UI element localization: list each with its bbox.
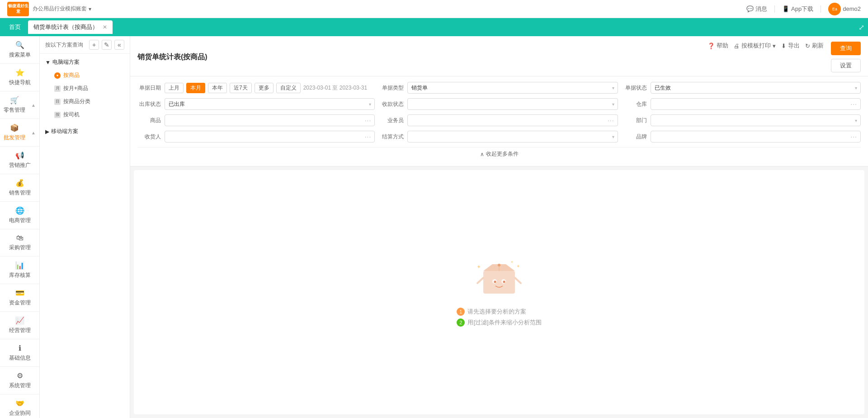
warehouse-input[interactable] (651, 98, 861, 110)
scheme-item-by-dept[interactable]: 按 按司机 (40, 108, 130, 121)
date-btn-custom[interactable]: 自定义 (276, 83, 301, 93)
sidebar-item-marketing[interactable]: 📢 营销推广 (0, 147, 39, 174)
settings-button[interactable]: 设置 (831, 59, 861, 72)
sidebar-item-wholesale[interactable]: 📦 批发管理 ▲ (0, 119, 39, 147)
product-input[interactable] (165, 114, 375, 126)
filter-row-2: 出库状态 已出库 ▾ 收款状态 (137, 98, 861, 110)
docstatus-control: 已生效 ▾ (651, 82, 861, 94)
sidebar-label-inventory: 库存核算 (9, 271, 31, 279)
desktop-scheme-title[interactable]: ▼ 电脑端方案 (40, 56, 130, 69)
doctype-control: 销货单 ▾ (407, 82, 618, 94)
salesperson-input[interactable] (407, 114, 618, 126)
help-button[interactable]: ❓ 帮助 (708, 42, 728, 50)
page-actions: ❓ 帮助 🖨 按模板打印 ▾ ⬇ 导出 ↻ (708, 42, 824, 50)
filter-area: 单据日期 上月 本月 本年 近7天 更多 自定义 2023-03-01 至 20… (130, 76, 868, 166)
action-buttons: 查询 设置 (831, 42, 861, 72)
tip-text-2: 用[过滤]条件来缩小分析范围 (467, 318, 541, 327)
doctype-label: 单据类型 (380, 84, 404, 92)
enterprise-icon: 🤝 (15, 399, 24, 408)
tip-num-1: 1 (457, 308, 465, 316)
date-range-text: 2023-03-01 至 2023-03-31 (303, 84, 367, 92)
scheme-item-by-month-product[interactable]: 月 按月+商品 (40, 82, 130, 95)
tab-home-label: 首页 (9, 23, 21, 31)
sidebar-label-basic: 基础信息 (9, 354, 31, 362)
collapse-label: 收起更多条件 (486, 150, 519, 158)
collapse-bar[interactable]: ∧ 收起更多条件 (137, 147, 861, 161)
date-btn-this-year[interactable]: 本年 (208, 83, 227, 93)
scheme-item-by-product[interactable]: ● 按商品 (40, 69, 130, 82)
add-scheme-button[interactable]: + (89, 40, 99, 50)
dept-select[interactable] (651, 114, 861, 126)
filter-row-1: 单据日期 上月 本月 本年 近7天 更多 自定义 2023-03-01 至 20… (137, 82, 861, 94)
sidebar-item-search[interactable]: 🔍 搜索菜单 (0, 36, 39, 64)
filter-field-recipient: 收货人 ··· (137, 131, 375, 142)
outstatus-select[interactable]: 已出库 (165, 98, 375, 110)
sidebar-label-operation: 经营管理 (9, 327, 31, 334)
sidebar-item-purchase[interactable]: 🛍 采购管理 (0, 229, 39, 256)
app-download-button[interactable]: 📱 App下载 (782, 5, 813, 13)
user-avatar-button[interactable]: Ea demo2 (828, 3, 861, 15)
date-btn-last-month[interactable]: 上月 (165, 83, 184, 93)
sidebar-item-sales[interactable]: 💰 销售管理 (0, 174, 39, 202)
sidebar-item-basic[interactable]: ℹ 基础信息 (0, 339, 39, 367)
divider (774, 5, 775, 13)
docstatus-select[interactable]: 已生效 (651, 82, 861, 94)
recipient-label: 收货人 (137, 133, 161, 141)
outstatus-label: 出库状态 (137, 100, 161, 108)
message-button[interactable]: 💬 消息 (746, 5, 767, 13)
desktop-arrow-icon: ▼ (45, 59, 51, 66)
page-title-bar: 销货单统计表(按商品) ❓ 帮助 🖨 按模板打印 ▾ ⬇ (130, 36, 868, 76)
tip-item-2: 2 用[过滤]条件来缩小分析范围 (457, 318, 541, 327)
date-btn-last7[interactable]: 近7天 (230, 83, 252, 93)
brand-input[interactable] (651, 131, 861, 142)
paystatus-select[interactable] (407, 98, 618, 110)
filter-field-salesperson: 业务员 ··· (380, 114, 618, 126)
basic-icon: ℹ (19, 344, 21, 352)
sidebar-label-finance: 资金管理 (9, 299, 31, 307)
sidebar-item-operation[interactable]: 📈 经营管理 (0, 312, 39, 339)
query-button[interactable]: 查询 (831, 42, 861, 55)
svg-rect-0 (483, 271, 515, 294)
date-filter: 上月 本月 本年 近7天 更多 自定义 2023-03-01 至 2023-03… (165, 83, 375, 93)
sidebar-label-sales: 销售管理 (9, 189, 31, 197)
quicknav-icon: ⭐ (15, 68, 24, 77)
export-button[interactable]: ⬇ 导出 (781, 42, 800, 50)
sidebar-item-ecommerce[interactable]: 🌐 电商管理 (0, 202, 39, 229)
desktop-scheme-label: 电脑端方案 (52, 58, 80, 66)
settlement-select[interactable] (407, 131, 618, 142)
retail-icon: 🛒 (10, 96, 19, 104)
tip-num-2: 2 (457, 318, 465, 327)
sidebar-item-finance[interactable]: 💳 资金管理 (0, 284, 39, 312)
edit-scheme-button[interactable]: ✎ (102, 40, 112, 50)
svg-point-3 (494, 281, 496, 283)
tab-maximize-icon[interactable]: ⤢ (859, 23, 864, 32)
date-btn-this-month[interactable]: 本月 (186, 83, 205, 93)
doctype-select[interactable]: 销货单 (407, 82, 618, 94)
sidebar-label-wholesale: 批发管理 (4, 134, 25, 142)
sidebar-item-retail[interactable]: 🛒 零售管理 ▲ (0, 91, 39, 119)
refresh-icon: ↻ (805, 43, 810, 49)
svg-line-8 (515, 278, 521, 283)
refresh-button[interactable]: ↻ 刷新 (805, 42, 824, 50)
sidebar-item-system[interactable]: ⚙ 系统管理 (0, 367, 39, 394)
app-selector[interactable]: 办公用品行业模拟账套 ▾ (33, 5, 91, 13)
filter-field-doctype: 单据类型 销货单 ▾ (380, 82, 618, 94)
recipient-input[interactable] (165, 131, 375, 142)
collapse-panel-button[interactable]: « (114, 40, 124, 50)
sidebar-item-quicknav[interactable]: ⭐ 快捷导航 (0, 64, 39, 91)
print-button[interactable]: 🖨 按模板打印 ▾ (734, 42, 776, 50)
tab-home[interactable]: 首页 (4, 20, 26, 34)
tab-close-icon[interactable]: ✕ (103, 24, 107, 30)
scheme-item-by-category[interactable]: 目 按商品分类 (40, 95, 130, 108)
mobile-arrow-icon: ▶ (45, 128, 49, 135)
sidebar-item-enterprise[interactable]: 🤝 企业协同 (0, 394, 39, 418)
collapse-icon: ∧ (480, 151, 484, 157)
tab-report[interactable]: 销货单统计表（按商品） ✕ (28, 20, 113, 34)
sidebar-item-inventory[interactable]: 📊 库存核算 (0, 256, 39, 284)
mobile-scheme-title[interactable]: ▶ 移动端方案 (40, 125, 130, 138)
date-btn-more[interactable]: 更多 (255, 83, 274, 93)
svg-text:✦: ✦ (510, 260, 514, 264)
tab-report-label: 销货单统计表（按商品） (33, 23, 98, 31)
product-label: 商品 (137, 117, 161, 124)
tip-item-1: 1 请先选择要分析的方案 (457, 308, 541, 316)
